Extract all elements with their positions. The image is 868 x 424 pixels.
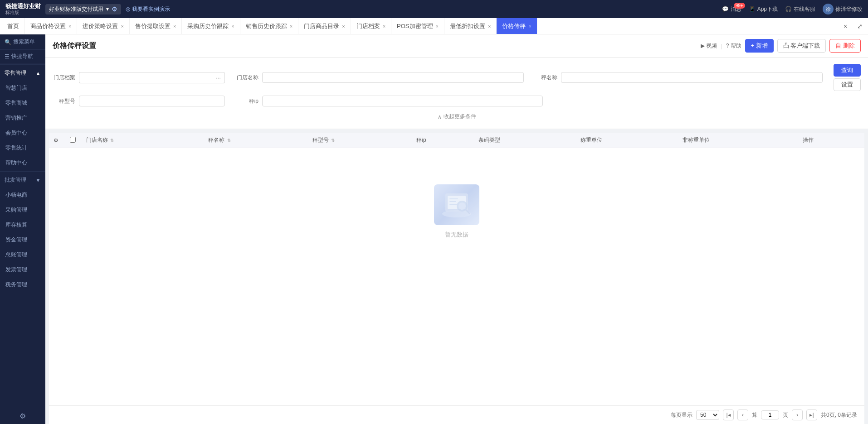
close-tab-button[interactable]: ×	[839, 20, 852, 33]
close-icon[interactable]: ×	[342, 24, 345, 29]
sidebar-item-member[interactable]: 会员中心	[0, 125, 45, 140]
close-icon[interactable]: ×	[231, 24, 234, 29]
close-icon[interactable]: ×	[436, 24, 439, 29]
store-archive-label: 门店档案	[53, 74, 75, 82]
close-icon[interactable]: ×	[68, 24, 71, 29]
sort-icon[interactable]: ⇅	[110, 138, 114, 143]
tab-purchase-strategy[interactable]: 进价策略设置 ×	[77, 18, 129, 34]
scale-model-input[interactable]	[79, 96, 225, 106]
content-area: 价格传秤设置 ▶ 视频 | ? 帮助 + 新增 凸 客户端下载 自	[45, 34, 868, 424]
scale-name-label: 秤名称	[535, 74, 557, 82]
message-button[interactable]: 💬 消息 99+	[722, 5, 741, 13]
delete-button[interactable]: 自 删除	[829, 39, 861, 53]
headset-icon: 🎧	[785, 6, 792, 12]
close-icon[interactable]: ×	[290, 24, 293, 29]
sidebar-item-ledger[interactable]: 总账管理	[0, 247, 45, 262]
scale-model-field: 秤型号	[53, 96, 225, 106]
scale-ip-field: 秤ip	[236, 96, 543, 106]
play-icon: ◎	[126, 6, 130, 12]
table-header-row: ⚙ 门店名称 ⇅ 秤名称 ⇅	[49, 133, 864, 148]
sort-icon[interactable]: ⇅	[331, 138, 335, 143]
top-bar-right: 💬 消息 99+ 📱 App下载 🎧 在线客服 徐 徐泽华修改	[722, 4, 863, 14]
store-name-input[interactable]	[262, 72, 524, 83]
sidebar-bottom: ⚙	[0, 408, 45, 424]
tab-price-scale[interactable]: 价格传秤 ×	[497, 18, 537, 34]
chevron-down-icon: ▼	[35, 177, 41, 183]
download-button[interactable]: 凸 客户端下载	[777, 39, 826, 53]
expand-tab-button[interactable]: ⤢	[853, 20, 866, 33]
tab-pos[interactable]: POS加密管理 ×	[391, 18, 444, 34]
page-size-select[interactable]: 50 20 100	[696, 410, 719, 420]
sidebar-item-retail[interactable]: 零售管理 ▲	[0, 66, 45, 81]
next-page-button[interactable]: ›	[792, 410, 803, 420]
app-subtitle: 标准版	[5, 10, 41, 15]
search-icon: 🔍	[5, 39, 11, 45]
sidebar-divider	[0, 171, 45, 172]
query-button[interactable]: 查询	[834, 64, 861, 77]
sidebar-item-retail-stats[interactable]: 零售统计	[0, 140, 45, 155]
close-icon[interactable]: ×	[383, 24, 385, 29]
app-download-button[interactable]: 📱 App下载	[749, 5, 778, 13]
search-row-2: 秤型号 秤ip	[53, 96, 861, 106]
sidebar-divider	[0, 64, 45, 65]
gear-icon[interactable]: ⚙	[20, 412, 26, 420]
main-layout: 🔍 搜索菜单 ☰ 快捷导航 零售管理 ▲ 智慧门店 零售商城 营销推广 会员中心…	[0, 34, 868, 424]
page-number-input[interactable]	[761, 410, 779, 419]
settings-icon[interactable]: ⚙	[54, 137, 59, 144]
store-archive-extra-btn[interactable]: ···	[212, 72, 225, 83]
sidebar-item-online-store[interactable]: 零售商城	[0, 96, 45, 111]
video-link[interactable]: ▶ 视频	[701, 42, 717, 50]
settings-query-button[interactable]: 设置	[834, 78, 861, 91]
online-service-button[interactable]: 🎧 在线客服	[785, 5, 815, 13]
sidebar-item-tax[interactable]: 税务管理	[0, 277, 45, 292]
sidebar-item-marketing[interactable]: 营销推广	[0, 111, 45, 125]
help-link[interactable]: ? 帮助	[726, 42, 741, 50]
tab-store-catalog[interactable]: 门店商品目录 ×	[298, 18, 351, 34]
demo-button[interactable]: ◎ 我要看实例演示	[126, 5, 170, 13]
sidebar-item-smart-store[interactable]: 智慧门店	[0, 81, 45, 96]
close-icon[interactable]: ×	[528, 24, 531, 29]
close-icon[interactable]: ×	[121, 24, 123, 29]
user-menu[interactable]: 徐 徐泽华修改	[823, 4, 863, 14]
col-operations: 操作	[798, 133, 864, 148]
scale-ip-input[interactable]	[262, 96, 543, 106]
tab-store-archive[interactable]: 门店档案 ×	[351, 18, 391, 34]
store-archive-input[interactable]	[79, 72, 212, 83]
store-archive-input-wrapper: ···	[79, 72, 225, 83]
nav-icon: ☰	[5, 53, 10, 60]
sidebar-item-ecommerce[interactable]: 小畅电商	[0, 188, 45, 202]
close-icon[interactable]: ×	[488, 24, 491, 29]
sidebar-item-help[interactable]: 帮助中心	[0, 155, 45, 170]
settings-icon[interactable]: ⚙	[112, 5, 117, 13]
sidebar-item-wholesale[interactable]: 批发管理 ▼	[0, 173, 45, 188]
sidebar-search[interactable]: 🔍 搜索菜单	[0, 34, 45, 50]
prev-page-button[interactable]: ‹	[737, 410, 748, 420]
sidebar-item-finance[interactable]: 资金管理	[0, 232, 45, 247]
tab-sale-extract[interactable]: 售价提取设置 ×	[130, 18, 182, 34]
tab-sale-history[interactable]: 销售历史价跟踪 ×	[240, 18, 298, 34]
tab-commodity-price[interactable]: 商品价格设置 ×	[25, 18, 77, 34]
add-button[interactable]: + 新增	[745, 39, 774, 53]
empty-state: 暂无数据	[49, 148, 864, 275]
scale-name-input[interactable]	[561, 72, 823, 83]
tab-controls: × ⤢	[839, 20, 866, 33]
version-dropdown[interactable]: 好业财标准版交付试用 ▾ ⚙	[45, 4, 121, 14]
page-actions: ▶ 视频 | ? 帮助 + 新增 凸 客户端下载 自 删除	[701, 39, 861, 53]
chevron-up-icon: ∧	[438, 114, 442, 120]
store-name-field: 门店名称	[236, 72, 524, 83]
sidebar: 🔍 搜索菜单 ☰ 快捷导航 零售管理 ▲ 智慧门店 零售商城 营销推广 会员中心…	[0, 34, 45, 424]
collapse-bar[interactable]: ∧ 收起更多条件	[53, 111, 861, 122]
tab-purchase-history[interactable]: 采购历史价跟踪 ×	[182, 18, 240, 34]
sidebar-quick-nav[interactable]: ☰ 快捷导航	[0, 50, 45, 63]
select-all-checkbox[interactable]	[70, 137, 76, 143]
first-page-button[interactable]: |◂	[723, 410, 734, 420]
phone-icon: 📱	[749, 6, 756, 12]
close-icon[interactable]: ×	[173, 24, 176, 29]
sidebar-item-purchase[interactable]: 采购管理	[0, 202, 45, 217]
tab-home[interactable]: 首页	[2, 18, 25, 34]
tab-min-discount[interactable]: 最低折扣设置 ×	[444, 18, 497, 34]
last-page-button[interactable]: ▸|	[806, 410, 817, 420]
sort-icon[interactable]: ⇅	[227, 138, 231, 143]
sidebar-item-inventory[interactable]: 库存核算	[0, 217, 45, 232]
sidebar-item-invoice[interactable]: 发票管理	[0, 262, 45, 277]
